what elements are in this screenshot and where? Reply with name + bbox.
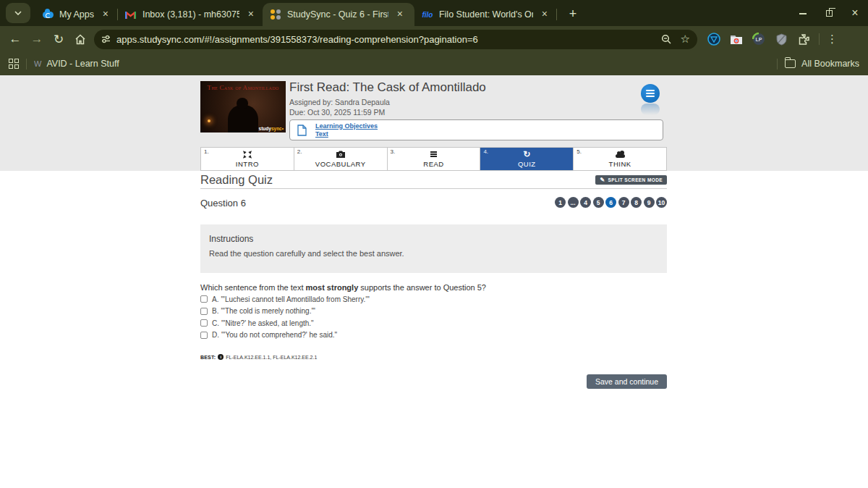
assignment-thumbnail: The Cask of Amontillado studysync•: [200, 81, 286, 132]
instructions-title: Instructions: [209, 234, 658, 244]
standards-label: BEST:: [200, 355, 216, 360]
answer-option-c[interactable]: C."'Nitre?' he asked, at length.": [200, 319, 667, 327]
section-title: Reading Quiz: [200, 173, 273, 187]
bookmarks-bar: W AVID - Learn Stuff All Bookmarks: [0, 52, 868, 75]
shield-extension-icon[interactable]: [775, 33, 788, 46]
instructions-body: Read the question carefully and select t…: [209, 249, 658, 258]
bookmark-avid[interactable]: AVID - Learn Stuff: [46, 59, 119, 69]
page-9-button[interactable]: 9: [644, 197, 655, 208]
step-tab-think[interactable]: 5. THINK: [574, 148, 666, 170]
filo-icon: filo: [422, 9, 433, 20]
extensions-puzzle-icon[interactable]: [797, 33, 810, 46]
learning-objectives-link[interactable]: Learning Objectives: [315, 122, 378, 130]
url-bar[interactable]: apps.studysync.com/#!/assignments/391558…: [94, 30, 697, 49]
tab-title: Filo Student: World's Only Live: [439, 9, 533, 20]
figure-silhouette: [228, 105, 258, 132]
text-link[interactable]: Text: [315, 130, 378, 138]
page-body: The Cask of Amontillado studysync• First…: [0, 75, 868, 488]
checkbox[interactable]: [200, 295, 208, 303]
tab-gmail-inbox[interactable]: Inbox (3,181) - mh630755@he ×: [118, 3, 263, 26]
forward-icon[interactable]: →: [26, 32, 48, 46]
apps-grid-icon[interactable]: [9, 59, 19, 69]
all-bookmarks-button[interactable]: All Bookmarks: [801, 59, 859, 69]
cloud-icon: [616, 151, 625, 159]
browser-tab-strip: My Apps × Inbox (3,181) - mh630755@he × …: [0, 0, 868, 26]
question-text: Which sentence from the text most strong…: [200, 283, 486, 292]
answer-option-a[interactable]: A."'Luchesi cannot tell Amontillado from…: [200, 295, 667, 303]
page-10-button[interactable]: 10: [656, 197, 667, 208]
chevron-down-icon: [14, 11, 22, 15]
chrome-folder-extension-icon[interactable]: [730, 33, 743, 46]
page-8-button[interactable]: 8: [631, 197, 642, 208]
standards-row: BEST: i FL-ELA.K12.EE.1.1, FL-ELA.K12.EE…: [200, 354, 317, 360]
window-controls: ×: [790, 0, 868, 26]
tab-search-button[interactable]: [6, 3, 30, 23]
question-pagination: 1 ... 4 5 6 7 8 9 10: [555, 197, 667, 208]
lastpass-extension-icon[interactable]: LP: [752, 33, 765, 46]
list-icon: [430, 151, 437, 159]
page-6-button[interactable]: 6: [605, 197, 616, 208]
step-tab-read[interactable]: 3. READ: [388, 148, 481, 170]
tab-close-icon[interactable]: ×: [100, 9, 111, 20]
learning-objectives-box: Learning Objectives Text: [289, 119, 663, 140]
split-screen-button[interactable]: ✎ SPLIT SCREEN MODE: [595, 175, 667, 185]
question-number: Question 6: [200, 198, 246, 209]
toolbar-separator: [819, 33, 820, 45]
step-tab-quiz[interactable]: 4. ↻ QUIZ: [480, 148, 574, 170]
tab-title: My Apps: [59, 9, 94, 20]
bookmark-favicon: W: [34, 59, 41, 68]
browser-menu-icon[interactable]: ⋮: [827, 33, 838, 46]
save-and-continue-button[interactable]: Save and continue: [587, 374, 667, 389]
bookmarks-separator: [777, 59, 778, 70]
answer-option-b[interactable]: B."'The cold is merely nothing.'": [200, 308, 667, 315]
home-icon[interactable]: [69, 34, 91, 45]
tab-close-icon[interactable]: ×: [394, 9, 406, 20]
browser-toolbar: ← → ↻ apps.studysync.com/#!/assignments/…: [0, 26, 868, 52]
menu-icon-reflection: [641, 104, 660, 115]
step-tabs: 1. INTRO 2. VOCABULARY 3. READ 4. ↻: [200, 147, 667, 171]
pencil-icon: ✎: [600, 177, 605, 183]
classlink-cloud-icon: [42, 9, 54, 20]
vpn-shield-extension-icon[interactable]: [707, 33, 720, 46]
checkbox[interactable]: [200, 332, 208, 339]
tab-separator: [556, 9, 557, 20]
studysync-logo: studysync•: [259, 126, 284, 131]
restore-button[interactable]: [816, 8, 842, 19]
tab-title: Inbox (3,181) - mh630755@he: [142, 9, 239, 20]
step-tab-intro[interactable]: 1. INTRO: [201, 148, 294, 170]
site-info-icon[interactable]: [101, 35, 111, 43]
bookmark-star-icon[interactable]: ☆: [681, 33, 690, 46]
standards-list: FL-ELA.K12.EE.1.1, FL-ELA.K12.EE.2.1: [226, 355, 317, 360]
tab-close-icon[interactable]: ×: [245, 9, 257, 20]
page-ellipsis-button[interactable]: ...: [568, 197, 579, 208]
new-tab-button[interactable]: +: [564, 7, 582, 22]
checkbox[interactable]: [200, 319, 208, 327]
url-text[interactable]: apps.studysync.com/#!/assignments/391558…: [116, 34, 478, 45]
folder-icon: [785, 59, 796, 68]
page-7-button[interactable]: 7: [618, 197, 629, 208]
document-icon: [297, 125, 307, 136]
tab-close-icon[interactable]: ×: [539, 9, 550, 20]
window-close-button[interactable]: ×: [842, 7, 868, 20]
checkbox[interactable]: [200, 308, 208, 315]
zoom-icon[interactable]: [661, 34, 672, 45]
assignment-menu-icon[interactable]: [641, 84, 660, 103]
tab-my-apps[interactable]: My Apps ×: [35, 3, 117, 26]
info-icon[interactable]: i: [218, 354, 224, 360]
back-icon[interactable]: ←: [4, 32, 26, 46]
instructions-box: Instructions Read the question carefully…: [200, 224, 667, 273]
page-5-button[interactable]: 5: [593, 197, 604, 208]
page-1-button[interactable]: 1: [555, 197, 566, 208]
answer-options: A."'Luchesi cannot tell Amontillado from…: [200, 295, 667, 343]
reload-icon[interactable]: ↻: [48, 32, 69, 47]
minimize-button[interactable]: [790, 8, 816, 19]
page-4-button[interactable]: 4: [580, 197, 591, 208]
answer-option-d[interactable]: D."'You do not comprehend?' he said.": [200, 332, 667, 339]
tab-filo-student[interactable]: filo Filo Student: World's Only Live ×: [414, 3, 556, 26]
gmail-icon: [125, 9, 137, 20]
tab-studysync-quiz[interactable]: StudySync - Quiz 6 - First Read ×: [263, 3, 414, 26]
due-date: Due: Oct 30, 2025 11:59 PM: [289, 108, 385, 117]
step-tab-vocabulary[interactable]: 2. VOCABULARY: [294, 148, 388, 170]
extensions-row: LP: [707, 33, 810, 46]
camera-icon: [336, 151, 345, 159]
